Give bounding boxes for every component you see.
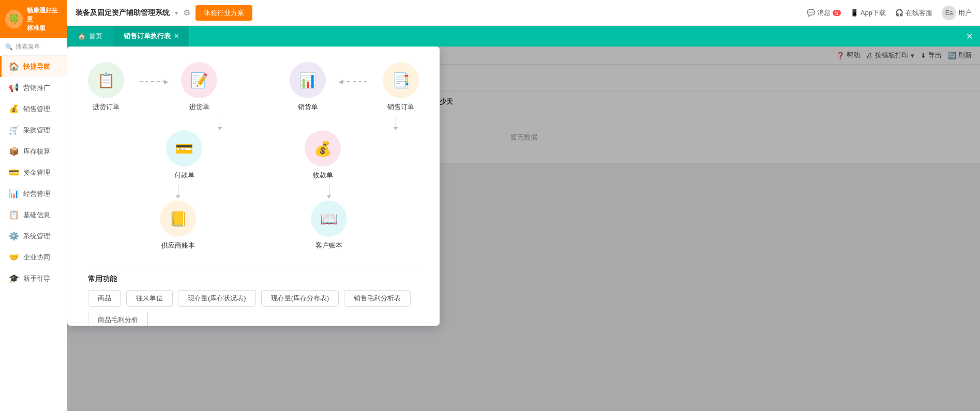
supplier-ledger-circle: 📒 [160, 201, 196, 237]
sidebar-item-label: 新手引导 [23, 274, 50, 283]
sidebar-item-newbie[interactable]: 🎓 新手引导 [0, 268, 67, 289]
avatar-text: Ea [945, 9, 953, 17]
inventory-icon: 📦 [9, 146, 19, 156]
receipt-circle: 💰 [305, 130, 341, 166]
common-btn-sales-margin[interactable]: 销售毛利分析表 [344, 290, 411, 307]
top-header: 装备及固定资产辅助管理系统 ▾ ⚙ 体验行业方案 💬 消息 5 📱 App下载 … [67, 0, 980, 26]
operations-icon: 📊 [9, 189, 19, 199]
flow-popup: 📋 进货订单 ▶ 📝 [67, 47, 440, 326]
flow-node-sales-order[interactable]: 📑 销售订单 [383, 62, 419, 112]
tab-home[interactable]: 🏠 首页 [67, 26, 113, 47]
sidebar-item-label: 销售管理 [23, 104, 50, 114]
sidebar-item-sales[interactable]: 💰 销售管理 [0, 98, 67, 119]
flow-node-sales-bill[interactable]: 📊 销货单 [290, 62, 326, 112]
user-action[interactable]: Ea 用户 [942, 6, 972, 20]
sales-bill-label: 销货单 [298, 102, 318, 112]
enterprise-icon: 🤝 [9, 252, 19, 262]
flow-diagram: 📋 进货订单 ▶ 📝 [88, 62, 419, 250]
dropdown-arrow[interactable]: ▾ [175, 9, 178, 17]
customer-ledger-icon: 📖 [320, 210, 338, 227]
message-badge: 5 [833, 10, 841, 16]
header-right: 💬 消息 5 📱 App下载 🎧 在线客服 Ea 用户 [807, 6, 972, 20]
payment-label: 付款单 [174, 171, 194, 180]
flow-bottom-row: 📒 供应商账本 📖 客户账本 [88, 201, 419, 250]
sales-icon: 💰 [9, 104, 19, 114]
tab-bar-close-button[interactable]: ✕ [959, 32, 980, 41]
marketing-icon: 📢 [9, 83, 19, 93]
sidebar-item-label: 系统管理 [23, 232, 50, 241]
settings-gear-icon[interactable]: ⚙ [183, 8, 190, 18]
common-btn-inventory-dist[interactable]: 现存量(库存分布表) [261, 290, 339, 307]
sidebar-item-label: 库存核算 [23, 147, 50, 156]
payment-icon: 💳 [175, 140, 193, 157]
flow-middle-row: 💳 付款单 💰 收款单 [88, 130, 419, 180]
sidebar: 🍀 畅康通好生意 标准版 🔍 搜索菜单 🏠 快捷导航 📢 营销推广 💰 销售管理… [0, 0, 67, 411]
flow-node-supplier-ledger[interactable]: 📒 供应商账本 [160, 201, 196, 250]
sidebar-item-capital[interactable]: 💳 资金管理 [0, 162, 67, 183]
tab-home-label: 首页 [89, 32, 102, 41]
newbie-icon: 🎓 [9, 273, 19, 283]
sales-order-icon: 📑 [392, 72, 410, 89]
common-btn-counterparty[interactable]: 往来单位 [126, 290, 173, 307]
try-plan-button[interactable]: 体验行业方案 [195, 5, 252, 21]
tab-sales-order-label: 销售订单执行表 [124, 32, 171, 41]
purchase-bill-circle: 📝 [181, 62, 217, 98]
app-download-action[interactable]: 📱 App下载 [850, 8, 886, 18]
purchase-bill-label: 进货单 [189, 102, 209, 112]
sidebar-search[interactable]: 🔍 搜索菜单 [0, 38, 67, 56]
v-arrow-purchase [202, 117, 238, 130]
message-action[interactable]: 💬 消息 5 [807, 8, 841, 18]
common-btn-product-margin[interactable]: 商品毛利分析 [88, 312, 148, 326]
user-label: 用户 [958, 8, 972, 18]
common-functions-title: 常用功能 [88, 275, 419, 284]
sidebar-item-label: 快捷导航 [23, 62, 50, 71]
spacer-l2 [100, 185, 136, 199]
sidebar-item-purchase[interactable]: 🛒 采购管理 [0, 119, 67, 141]
search-label: 搜索菜单 [16, 42, 40, 51]
popup-overlay[interactable]: 📋 进货订单 ▶ 📝 [67, 47, 980, 411]
purchase-order-label: 进货订单 [93, 102, 119, 112]
common-btn-product[interactable]: 商品 [88, 290, 121, 307]
v-arrow-payment [160, 185, 196, 199]
search-icon: 🔍 [5, 43, 13, 51]
sidebar-item-marketing[interactable]: 📢 营销推广 [0, 77, 67, 98]
common-btn-inventory-status[interactable]: 现存量(库存状况表) [178, 290, 256, 307]
online-service-label: 在线客服 [906, 8, 932, 18]
capital-icon: 💳 [9, 168, 19, 177]
system-title: 装备及固定资产辅助管理系统 [76, 8, 170, 18]
flow-node-customer-ledger[interactable]: 📖 客户账本 [311, 201, 347, 250]
tab-close-icon[interactable]: ✕ [174, 33, 179, 40]
spacer-m2 [220, 185, 287, 199]
sidebar-nav: 🏠 快捷导航 📢 营销推广 💰 销售管理 🛒 采购管理 📦 库存核算 💳 资金管… [0, 56, 67, 411]
logo-line1: 畅康通好生意 [27, 6, 62, 24]
receipt-icon: 💰 [314, 140, 332, 157]
flow-node-payment[interactable]: 💳 付款单 [166, 130, 202, 180]
sidebar-item-basic-info[interactable]: 📋 基础信息 [0, 204, 67, 225]
message-icon: 💬 [807, 9, 815, 17]
supplier-ledger-label: 供应商账本 [161, 241, 195, 250]
main-content: 装备及固定资产辅助管理系统 ▾ ⚙ 体验行业方案 💬 消息 5 📱 App下载 … [67, 0, 980, 411]
sidebar-item-label: 经营管理 [23, 189, 50, 199]
tab-sales-order[interactable]: 销售订单执行表 ✕ [113, 26, 190, 47]
basic-info-icon: 📋 [9, 210, 19, 220]
flow-node-purchase-bill[interactable]: 📝 进货单 [181, 62, 217, 112]
online-service-action[interactable]: 🎧 在线客服 [895, 8, 932, 18]
receipt-label: 收款单 [313, 171, 333, 180]
content-area: ❓ 帮助 🖨 按模板打印 ▾ ⬇ 导出 🔄 刷新 📅 单据状态 [67, 47, 980, 411]
purchase-order-circle: 📋 [88, 62, 124, 98]
sidebar-item-inventory[interactable]: 📦 库存核算 [0, 141, 67, 162]
message-label: 消息 [817, 8, 831, 18]
app-download-label: App下载 [861, 8, 886, 18]
sidebar-item-enterprise[interactable]: 🤝 企业协同 [0, 247, 67, 268]
sidebar-item-operations[interactable]: 📊 经营管理 [0, 183, 67, 204]
sidebar-item-system[interactable]: ⚙️ 系统管理 [0, 225, 67, 247]
flow-node-receipt[interactable]: 💰 收款单 [305, 130, 341, 180]
flow-node-purchase-order[interactable]: 📋 进货订单 [88, 62, 124, 112]
purchase-bill-icon: 📝 [190, 72, 208, 89]
system-icon: ⚙️ [9, 231, 19, 241]
sales-order-circle: 📑 [383, 62, 419, 98]
sidebar-item-quick-nav[interactable]: 🏠 快捷导航 [0, 56, 67, 77]
home-icon: 🏠 [78, 33, 86, 40]
header-left: 装备及固定资产辅助管理系统 ▾ ⚙ 体验行业方案 [76, 5, 252, 21]
arrow-sales-order-to-bill: ◀ [341, 81, 367, 82]
